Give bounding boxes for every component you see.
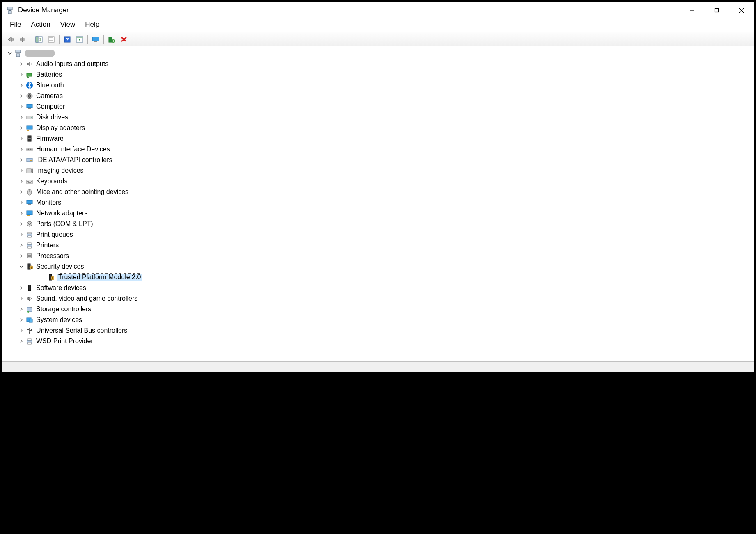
tree-category-node[interactable]: Firmware — [2, 133, 754, 144]
chevron-right-icon[interactable] — [18, 231, 25, 238]
chevron-down-icon[interactable] — [7, 50, 13, 57]
svg-rect-39 — [27, 126, 32, 129]
svg-point-92 — [29, 332, 30, 334]
tree-category-node[interactable]: Universal Serial Bus controllers — [2, 325, 754, 336]
chevron-right-icon[interactable] — [18, 317, 25, 323]
device-tree[interactable]: Audio inputs and outputsBatteriesBluetoo… — [2, 46, 754, 361]
svg-point-64 — [30, 223, 31, 224]
svg-rect-29 — [27, 73, 32, 76]
chevron-right-icon[interactable] — [18, 338, 25, 345]
tree-node-label: Bluetooth — [36, 82, 64, 89]
chevron-right-icon[interactable] — [18, 189, 25, 195]
tree-category-node[interactable]: Network adapters — [2, 208, 754, 219]
scan-icon — [76, 36, 84, 43]
chevron-right-icon[interactable] — [18, 221, 25, 227]
tree-root-node[interactable] — [2, 48, 754, 59]
bluetooth-icon — [25, 81, 34, 89]
software-device-icon — [25, 284, 34, 292]
chevron-right-icon[interactable] — [18, 146, 25, 153]
device-manager-window: Device Manager File Action View Help — [2, 2, 754, 372]
printer-icon — [25, 241, 34, 249]
tree-category-node[interactable]: Bluetooth — [2, 80, 754, 91]
menu-file[interactable]: File — [5, 19, 26, 30]
tree-category-node[interactable]: Security devices — [2, 261, 754, 272]
chevron-right-icon[interactable] — [18, 210, 25, 217]
tree-category-node[interactable]: IDE ATA/ATAPI controllers — [2, 155, 754, 165]
properties-icon — [47, 36, 55, 43]
tree-category-node[interactable]: Disk drives — [2, 112, 754, 123]
tree-category-node[interactable]: Imaging devices — [2, 165, 754, 176]
chevron-right-icon[interactable] — [18, 135, 25, 142]
menu-view[interactable]: View — [55, 19, 80, 30]
chevron-right-icon[interactable] — [18, 295, 25, 302]
tree-category-node[interactable]: Ports (COM & LPT) — [2, 219, 754, 229]
svg-point-38 — [31, 117, 32, 118]
toolbar-add-driver[interactable] — [106, 34, 117, 45]
chevron-down-icon[interactable] — [18, 263, 25, 270]
close-button[interactable] — [729, 2, 754, 18]
tree-device-node[interactable]: Trusted Platform Module 2.0 — [2, 272, 754, 283]
add-driver-icon — [108, 36, 116, 43]
tree-category-node[interactable]: Storage controllers — [2, 304, 754, 315]
tree-node-label: Firmware — [36, 135, 64, 142]
svg-rect-21 — [109, 37, 112, 42]
imaging-icon — [25, 167, 34, 175]
chevron-right-icon[interactable] — [18, 178, 25, 185]
menu-action[interactable]: Action — [26, 19, 55, 30]
toolbar-properties[interactable] — [46, 34, 57, 45]
svg-rect-7 — [11, 39, 14, 40]
chevron-right-icon[interactable] — [18, 103, 25, 110]
tree-category-node[interactable]: Software devices — [2, 283, 754, 293]
toolbar-show-hide-tree[interactable] — [33, 34, 45, 45]
chevron-right-icon[interactable] — [18, 82, 25, 89]
chevron-right-icon[interactable] — [18, 306, 25, 313]
tree-category-node[interactable]: Mice and other pointing devices — [2, 187, 754, 197]
chevron-right-icon[interactable] — [18, 157, 25, 163]
speaker-icon — [25, 294, 34, 303]
svg-point-93 — [27, 329, 29, 330]
minimize-button[interactable] — [680, 2, 704, 18]
svg-rect-94 — [31, 329, 32, 331]
svg-rect-4 — [715, 9, 719, 12]
toolbar-remote[interactable] — [90, 34, 101, 45]
svg-rect-73 — [28, 255, 31, 257]
toolbar-back[interactable] — [5, 34, 16, 45]
titlebar: Device Manager — [2, 2, 754, 18]
tree-category-node[interactable]: Monitors — [2, 197, 754, 208]
tree-category-node[interactable]: Keyboards — [2, 176, 754, 187]
menu-help[interactable]: Help — [80, 19, 104, 30]
tree-category-node[interactable]: Processors — [2, 251, 754, 261]
tree-category-node[interactable]: System devices — [2, 315, 754, 325]
tree-category-node[interactable]: Audio inputs and outputs — [2, 59, 754, 69]
toolbar-uninstall[interactable] — [118, 34, 130, 45]
tree-category-node[interactable]: Batteries — [2, 69, 754, 80]
tree-category-node[interactable]: Human Interface Devices — [2, 144, 754, 155]
svg-rect-35 — [27, 104, 32, 108]
tree-category-node[interactable]: Cameras — [2, 91, 754, 101]
chevron-right-icon[interactable] — [18, 167, 25, 174]
chevron-right-icon[interactable] — [18, 253, 25, 259]
chevron-right-icon[interactable] — [18, 327, 25, 334]
maximize-button[interactable] — [704, 2, 729, 18]
tree-category-node[interactable]: Printers — [2, 240, 754, 251]
chevron-right-icon[interactable] — [18, 71, 25, 78]
svg-text:?: ? — [66, 37, 69, 43]
toolbar-scan-hardware[interactable] — [74, 34, 85, 45]
tree-category-node[interactable]: Print queues — [2, 229, 754, 240]
tree-category-node[interactable]: Display adapters — [2, 123, 754, 133]
chevron-right-icon[interactable] — [18, 61, 25, 67]
tree-category-node[interactable]: WSD Print Provider — [2, 336, 754, 347]
chevron-right-icon[interactable] — [18, 199, 25, 206]
tree-category-node[interactable]: Sound, video and game controllers — [2, 293, 754, 304]
svg-rect-43 — [28, 138, 31, 139]
svg-rect-53 — [30, 181, 30, 182]
toolbar-help[interactable]: ? — [62, 34, 73, 45]
chevron-right-icon[interactable] — [18, 285, 25, 291]
chevron-right-icon[interactable] — [18, 242, 25, 249]
chevron-right-icon[interactable] — [18, 93, 25, 99]
tree-category-node[interactable]: Computer — [2, 101, 754, 112]
toolbar-forward[interactable] — [17, 34, 29, 45]
chevron-right-icon[interactable] — [18, 125, 25, 131]
printer-icon — [25, 337, 34, 345]
chevron-right-icon[interactable] — [18, 114, 25, 121]
